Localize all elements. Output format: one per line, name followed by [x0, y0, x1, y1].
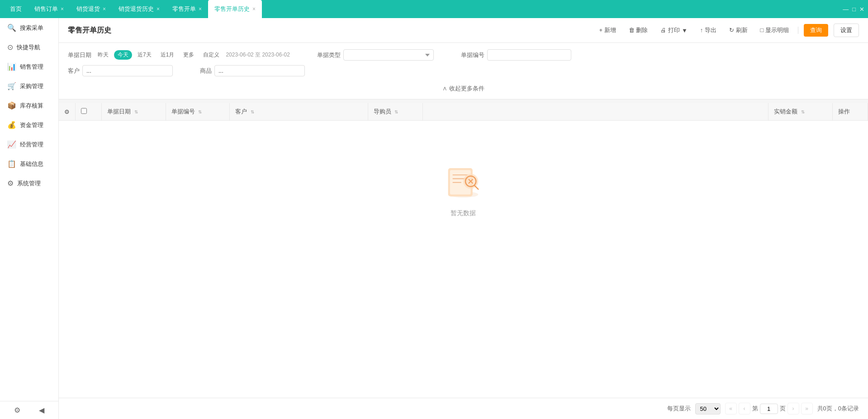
- delete-button[interactable]: 🗑 删除: [625, 24, 652, 36]
- page-nav: « ‹ 第 页 › »: [725, 403, 813, 414]
- settings-button[interactable]: 设置: [834, 24, 859, 37]
- doc-no-input[interactable]: [487, 49, 571, 61]
- collapse-button[interactable]: ∧ 收起更多条件: [442, 83, 484, 94]
- next-page-button[interactable]: ›: [787, 403, 799, 414]
- doc-type-select[interactable]: [343, 49, 434, 61]
- sidebar-item-system[interactable]: ⚙ 系统管理: [0, 174, 58, 193]
- tab-home-label: 首页: [10, 5, 22, 13]
- tab-sales-return-label: 销货退货: [76, 5, 100, 13]
- date-tab-week[interactable]: 近7天: [134, 50, 155, 60]
- col-actions-label: 操作: [838, 108, 850, 115]
- tab-sales-return[interactable]: 销货退货 ×: [70, 0, 112, 18]
- tab-sales-return-close[interactable]: ×: [103, 6, 106, 12]
- goods-label: 商品: [200, 67, 212, 75]
- empty-text: 暂无数据: [451, 209, 476, 217]
- col-date[interactable]: 单据日期 ⇅: [102, 103, 166, 121]
- sidebar-item-sales[interactable]: 📊 销售管理: [0, 57, 58, 76]
- delete-label: 🗑 删除: [629, 26, 648, 34]
- collapse-icon[interactable]: ◀: [39, 406, 44, 414]
- main-layout: 🔍 搜索采单 ⊙ 快捷导航 📊 销售管理 🛒 采购管理 📦 库存核算 💰 资金管…: [0, 18, 868, 419]
- print-arrow: ▼: [682, 27, 688, 34]
- settings-icon[interactable]: ⚙: [14, 406, 20, 414]
- sidebar-item-finance[interactable]: 💰 资金管理: [0, 115, 58, 135]
- tab-retail-open[interactable]: 零售开单 ×: [166, 0, 208, 18]
- col-customer-label: 客户: [235, 108, 247, 115]
- tab-sales-return-history[interactable]: 销货退货历史 ×: [112, 0, 166, 18]
- sidebar-item-operation[interactable]: 📈 经营管理: [0, 135, 58, 154]
- col-amount[interactable]: [423, 103, 768, 121]
- minimize-btn[interactable]: —: [843, 6, 849, 13]
- col-customer[interactable]: 客户 ⇅: [230, 103, 368, 121]
- select-all-checkbox[interactable]: [81, 108, 87, 114]
- add-label: + 新增: [599, 26, 616, 34]
- page-header: 零售开单历史 + 新增 🗑 删除 🖨 打印 ▼ ↑ 导出 ↻ 刷新: [59, 18, 868, 43]
- col-salesperson-label: 导购员: [374, 108, 391, 115]
- col-amount-sort[interactable]: ⇅: [801, 109, 805, 114]
- sidebar-item-search[interactable]: 🔍 搜索采单: [0, 18, 58, 38]
- sidebar-item-quick-nav[interactable]: ⊙ 快捷导航: [0, 38, 58, 57]
- col-salesperson[interactable]: 导购员 ⇅: [368, 103, 423, 121]
- col-customer-sort[interactable]: ⇅: [251, 109, 254, 114]
- goods-input[interactable]: [214, 65, 305, 76]
- last-page-button[interactable]: »: [801, 403, 813, 414]
- refresh-button[interactable]: ↻ 刷新: [726, 24, 751, 36]
- print-label: 🖨 打印: [660, 26, 680, 34]
- empty-state: 暂无数据: [59, 121, 868, 254]
- date-tab-month[interactable]: 近1月: [157, 50, 178, 60]
- col-salesperson-sort[interactable]: ⇅: [394, 109, 398, 114]
- tab-sales-order-close[interactable]: ×: [61, 6, 64, 12]
- collapse-label: ∧ 收起更多条件: [442, 85, 484, 93]
- customer-filter: 客户: [68, 65, 173, 76]
- display-detail-button[interactable]: □ 显示明细: [757, 24, 792, 36]
- sidebar-item-operation-label: 经营管理: [20, 141, 43, 149]
- data-table: ⚙ 单据日期 ⇅ 单据编号 ⇅ 客户 ⇅: [59, 103, 868, 254]
- sidebar-item-quick-nav-label: 快捷导航: [17, 43, 40, 52]
- col-date-sort[interactable]: ⇅: [134, 109, 138, 114]
- date-tab-yesterday[interactable]: 昨天: [94, 50, 112, 60]
- tab-retail-history[interactable]: 零售开单历史 ×: [208, 0, 262, 18]
- add-button[interactable]: + 新增: [595, 24, 619, 36]
- tab-home[interactable]: 首页: [4, 0, 28, 18]
- tab-sales-order-label: 销售订单: [34, 5, 58, 13]
- page-total: 共0页，0条记录: [817, 405, 859, 413]
- content-area: 零售开单历史 + 新增 🗑 删除 🖨 打印 ▼ ↑ 导出 ↻ 刷新: [59, 18, 868, 419]
- page-input[interactable]: [760, 404, 778, 414]
- sidebar-item-inventory[interactable]: 📦 库存核算: [0, 96, 58, 115]
- col-settings[interactable]: ⚙: [59, 103, 76, 121]
- maximize-btn[interactable]: □: [852, 6, 856, 13]
- tab-retail-history-close[interactable]: ×: [252, 6, 256, 12]
- prev-page-button[interactable]: ‹: [739, 403, 750, 414]
- customer-input[interactable]: [82, 65, 173, 76]
- filter-area: 单据日期 昨天 今天 近7天 近1月 更多 自定义 2023-06-02 至 2…: [59, 43, 868, 99]
- base-icon: 📋: [7, 160, 16, 168]
- tab-retail-open-close[interactable]: ×: [199, 6, 202, 12]
- sidebar-item-base[interactable]: 📋 基础信息: [0, 154, 58, 174]
- doc-no-label: 单据编号: [461, 51, 484, 59]
- first-page-button[interactable]: «: [725, 403, 737, 414]
- query-button[interactable]: 查询: [804, 24, 828, 37]
- doc-type-filter: 单据类型: [317, 49, 434, 61]
- col-date-label: 单据日期: [107, 108, 131, 115]
- date-tab-custom[interactable]: 自定义: [199, 50, 223, 60]
- tab-sales-return-history-close[interactable]: ×: [157, 6, 160, 12]
- tab-sales-order[interactable]: 销售订单 ×: [28, 0, 70, 18]
- date-range: 2023-06-02 至 2023-06-02: [226, 51, 289, 59]
- table-header: ⚙ 单据日期 ⇅ 单据编号 ⇅ 客户 ⇅: [59, 103, 868, 121]
- col-docno[interactable]: 单据编号 ⇅: [166, 103, 230, 121]
- export-button[interactable]: ↑ 导出: [697, 24, 720, 36]
- toolbar: + 新增 🗑 删除 🖨 打印 ▼ ↑ 导出 ↻ 刷新 □ 显示明细: [595, 24, 859, 37]
- toolbar-divider: [798, 27, 798, 34]
- display-detail-label: □ 显示明细: [760, 26, 789, 34]
- sidebar-item-system-label: 系统管理: [17, 179, 41, 188]
- print-button[interactable]: 🖨 打印 ▼: [657, 24, 691, 36]
- date-tab-today[interactable]: 今天: [114, 50, 132, 60]
- home-icon: ⊙: [7, 43, 13, 52]
- col-checkbox[interactable]: [76, 103, 102, 121]
- sidebar-item-purchase[interactable]: 🛒 采购管理: [0, 76, 58, 96]
- window-controls: — □ ✕: [843, 6, 864, 13]
- date-tab-more[interactable]: 更多: [180, 50, 198, 60]
- close-btn[interactable]: ✕: [859, 6, 864, 13]
- table-area: ⚙ 单据日期 ⇅ 单据编号 ⇅ 客户 ⇅: [59, 103, 868, 398]
- col-docno-sort[interactable]: ⇅: [198, 109, 202, 114]
- page-size-select[interactable]: 10 20 50 100: [695, 403, 721, 414]
